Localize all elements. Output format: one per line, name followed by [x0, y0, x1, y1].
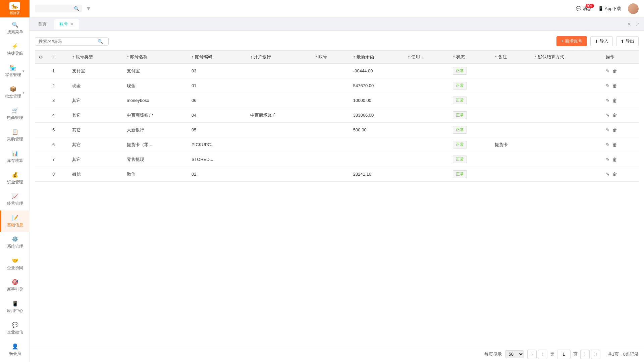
- wechat-icon: 💬: [12, 322, 18, 328]
- col-settings[interactable]: ⚙: [35, 51, 48, 64]
- col-remark[interactable]: ↕ 备注: [491, 51, 531, 64]
- row-settings: [35, 123, 48, 137]
- col-name[interactable]: ↕ 账号名称: [123, 51, 187, 64]
- col-code[interactable]: ↕ 账号编码: [187, 51, 246, 64]
- row-bank: [246, 78, 311, 93]
- row-name: 支付宝: [123, 64, 187, 78]
- sidebar-item-label: 批发管理: [5, 94, 21, 99]
- page-size-selector[interactable]: 50 100 200: [505, 350, 524, 358]
- delete-icon[interactable]: 🗑: [612, 142, 617, 147]
- col-bank[interactable]: ↕ 开户银行: [246, 51, 311, 64]
- tab-home-label: 首页: [38, 21, 47, 27]
- app-download-button[interactable]: 📱 App下载: [598, 6, 621, 12]
- row-account: [311, 137, 349, 152]
- table-search-input[interactable]: [39, 39, 96, 44]
- row-balance: 10000.00: [349, 93, 404, 108]
- header-search-input[interactable]: [38, 6, 72, 11]
- page-label: 第: [550, 351, 554, 357]
- row-remark: [491, 93, 531, 108]
- last-page-button[interactable]: ⟩⟩: [591, 350, 600, 359]
- sidebar-item-search-menu[interactable]: 🔍 搜索菜单: [0, 17, 30, 39]
- delete-icon[interactable]: 🗑: [612, 83, 617, 88]
- sidebar-item-wechat[interactable]: 💬 企业微信: [0, 318, 30, 339]
- sidebar-item-guide[interactable]: 🎯 新手引导: [0, 275, 30, 296]
- row-status: 正常: [449, 108, 491, 123]
- export-button[interactable]: ⬆ 导出: [616, 36, 639, 46]
- delete-icon[interactable]: 🗑: [612, 98, 617, 103]
- delete-icon[interactable]: 🗑: [612, 127, 617, 133]
- message-button[interactable]: 💬 消息 99+: [576, 6, 591, 12]
- page-size-select[interactable]: 50 100 200: [505, 350, 524, 358]
- col-account[interactable]: ↕ 账号: [311, 51, 349, 64]
- delete-icon[interactable]: 🗑: [612, 157, 617, 162]
- delete-icon[interactable]: 🗑: [612, 68, 617, 74]
- add-account-button[interactable]: + 新增账号: [556, 36, 587, 46]
- sidebar-item-cooperation[interactable]: 🤝 企业协同: [0, 253, 30, 275]
- row-settings: [35, 78, 48, 93]
- table-search-icon: 🔍: [98, 39, 103, 44]
- next-page-button[interactable]: ⟩: [580, 350, 590, 359]
- col-status[interactable]: ↕ 状态: [449, 51, 491, 64]
- tab-account[interactable]: 账号 ✕: [54, 19, 79, 29]
- tab-maximize-icon[interactable]: ⤢: [633, 20, 641, 28]
- import-button[interactable]: ⬇ 导入: [590, 36, 613, 46]
- row-type: 其它: [68, 93, 123, 108]
- finance-icon: 💰: [12, 172, 18, 178]
- sidebar-item-finance[interactable]: 💰 资金管理: [0, 168, 30, 189]
- sidebar-item-purchase[interactable]: 📋 采购管理: [0, 125, 30, 146]
- app-logo[interactable]: 🐆 畅捷版: [0, 0, 30, 17]
- sidebar-item-shortcut[interactable]: ⚡ 快捷导航: [0, 39, 30, 60]
- col-balance[interactable]: ↕ 最新余额: [349, 51, 404, 64]
- page-number-input[interactable]: 1: [557, 350, 571, 359]
- sidebar-item-operations[interactable]: 📈 经营管理: [0, 189, 30, 210]
- sidebar-item-label: 采购管理: [7, 136, 23, 142]
- edit-icon[interactable]: ✎: [606, 113, 610, 118]
- sidebar-item-wholesale[interactable]: 📦 批发管理 ▼: [0, 82, 30, 103]
- header-search-box[interactable]: 🔍: [35, 5, 82, 12]
- main-area: 🔍 ▼ 💬 消息 99+ 📱 App下载 首页 账号 ✕: [30, 0, 644, 362]
- row-remark: [491, 167, 531, 182]
- col-type[interactable]: ↕ 账号类型: [68, 51, 123, 64]
- row-type: 微信: [68, 167, 123, 182]
- table-search-box[interactable]: 🔍: [35, 37, 109, 46]
- delete-icon[interactable]: 🗑: [612, 172, 617, 177]
- row-settings: [35, 108, 48, 123]
- user-avatar[interactable]: [628, 3, 639, 14]
- page-unit: 页: [573, 351, 578, 357]
- sidebar-item-app-center[interactable]: 📱 应用中心: [0, 296, 30, 318]
- row-usage: [404, 152, 449, 167]
- tab-close-icon[interactable]: ✕: [70, 22, 73, 26]
- edit-icon[interactable]: ✎: [606, 142, 610, 147]
- status-badge: 正常: [453, 170, 467, 178]
- sidebar-item-basic-info[interactable]: 📝 基础信息: [0, 210, 30, 232]
- header-dropdown-icon[interactable]: ▼: [86, 6, 91, 12]
- row-remark: [491, 108, 531, 123]
- delete-icon[interactable]: 🗑: [612, 113, 617, 118]
- sidebar-item-label: 搜索菜单: [7, 29, 23, 35]
- sidebar-item-system[interactable]: ⚙️ 系统管理: [0, 232, 30, 253]
- row-name: 提货卡（零...: [123, 137, 187, 152]
- sidebar-item-ecommerce[interactable]: 🛒 电商管理: [0, 103, 30, 125]
- row-usage: [404, 64, 449, 78]
- edit-icon[interactable]: ✎: [606, 172, 610, 177]
- row-settlement: [531, 167, 602, 182]
- edit-icon[interactable]: ✎: [606, 68, 610, 74]
- table-row: 5 其它 大新银行 05 500.00 正常 ✎ 🗑: [35, 123, 639, 137]
- col-usage[interactable]: ↕ 使用...: [404, 51, 449, 64]
- tab-close-window-icon[interactable]: ✕: [625, 20, 633, 28]
- edit-icon[interactable]: ✎: [606, 157, 610, 162]
- edit-icon[interactable]: ✎: [606, 127, 610, 133]
- row-index: 8: [48, 167, 68, 182]
- first-page-button[interactable]: ⟨⟨: [527, 350, 537, 359]
- sidebar-item-member[interactable]: 👤 畅会员: [0, 339, 30, 361]
- sidebar-item-inventory[interactable]: 📊 库存核算: [0, 146, 30, 168]
- prev-page-button[interactable]: ⟨: [538, 350, 547, 359]
- tab-home[interactable]: 首页: [32, 19, 52, 29]
- row-remark: [491, 64, 531, 78]
- row-name: moneybosx: [123, 93, 187, 108]
- import-icon: ⬇: [595, 39, 598, 44]
- sidebar-item-retail[interactable]: 🏪 零售管理 ▼: [0, 60, 30, 82]
- col-settlement[interactable]: ↕ 默认结算方式: [531, 51, 602, 64]
- edit-icon[interactable]: ✎: [606, 83, 610, 88]
- edit-icon[interactable]: ✎: [606, 98, 610, 103]
